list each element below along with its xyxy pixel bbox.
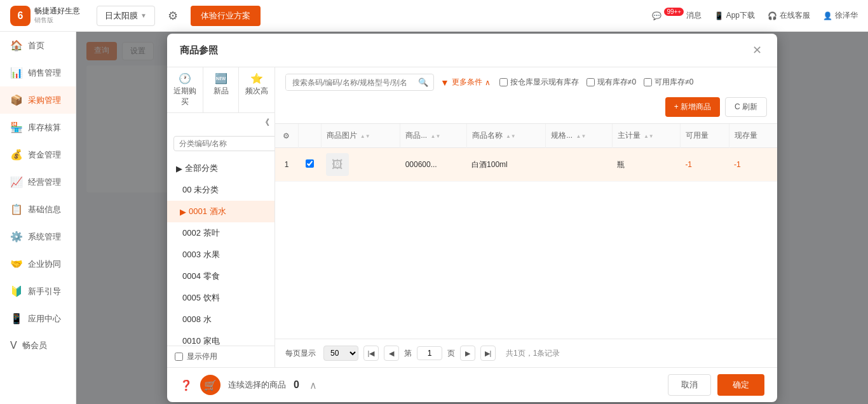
show-disabled-label[interactable]: 显示停用 [187,351,217,362]
category-footer: 显示停用 [167,346,275,367]
cat-nav-recent-label: 近期购买 [173,86,196,106]
dialog-close-button[interactable]: ✕ [749,43,764,58]
cat-nav-new[interactable]: 🆕 新品 [203,67,240,112]
sidebar-apps-label: 应用中心 [28,313,61,325]
cart-icon[interactable]: 🛒 [200,375,220,395]
sidebar-item-sales[interactable]: 📊 销售管理 [0,59,76,86]
cat-label-appliance: 0010 家电 [182,335,220,346]
sidebar-item-basic[interactable]: 📋 基础信息 [0,196,76,223]
cat-item-water[interactable]: 0008 水 [167,309,275,330]
sidebar-item-business[interactable]: 📈 经营管理 [0,168,76,196]
product-image: 🖼 [326,153,349,176]
sidebar-item-home[interactable]: 🏠 首页 [0,32,76,59]
notifications-item[interactable]: 💬 99++ 消息 [652,10,701,21]
footer-collapse-icon[interactable]: ∧ [309,379,317,391]
category-panel: 🕐 近期购买 🆕 新品 ⭐ 频次高 [167,67,275,367]
sidebar-item-system[interactable]: ⚙️ 系统管理 [0,223,76,250]
collapse-button[interactable]: 《 [167,113,275,132]
cat-label-uncategorized: 00 未分类 [182,184,219,196]
filter-collapse-icon: ∧ [485,78,491,87]
checkbox-warehouse[interactable]: 按仓库显示现有库存 [499,77,579,88]
cat-nav-frequent[interactable]: ⭐ 频次高 [239,67,275,112]
logo-area: 6 畅捷通好生意 销售版 [10,6,86,26]
available-nonzero-checkbox[interactable] [644,78,652,86]
sidebar-purchase-label: 采购管理 [28,95,61,106]
page-total: 共1页，1条记录 [506,348,560,359]
refresh-button[interactable]: C 刷新 [725,97,767,117]
last-page-button[interactable]: ▶| [480,346,496,361]
page-input[interactable] [417,346,442,360]
th-spec: 规格... ▲▼ [546,124,612,148]
th-stock-label: 现存量 [735,131,757,140]
page-size-select[interactable]: 50 100 200 [323,346,358,361]
row-checkbox[interactable] [306,159,314,168]
filter-label: 更多条件 [452,77,482,88]
first-page-button[interactable]: |◀ [363,346,379,361]
cat-item-appliance[interactable]: 0010 家电 [167,330,275,346]
checkbox-available-nonzero[interactable]: 可用库存≠0 [644,77,693,88]
category-search-input[interactable] [173,136,275,151]
th-img: 商品图片 ▲▼ [321,124,400,148]
sidebar-system-label: 系统管理 [28,231,61,243]
sidebar-item-apps[interactable]: 📱 应用中心 [0,305,76,332]
product-toolbar: 🔍 ▼ 更多条件 ∧ 按仓库显示现有库存 [275,67,777,124]
settings-icon[interactable]: ⚙ [163,6,183,26]
confirm-button[interactable]: 确定 [717,374,764,396]
online-service-label: 在线客服 [780,10,810,21]
sort-code-icon: ▲▼ [431,133,441,139]
sidebar-item-guide[interactable]: 🔰 新手引导 [0,278,76,305]
system-icon: ⚙️ [10,231,23,243]
username-label: 徐泽华 [835,10,858,21]
cat-item-uncategorized[interactable]: 00 未分类 [167,179,275,201]
sidebar-item-finance[interactable]: 💰 资金管理 [0,141,76,168]
product-search-icon[interactable]: 🔍 [413,74,433,90]
cat-item-beverage[interactable]: 0005 饮料 [167,287,275,309]
checkbox-stock-nonzero[interactable]: 现有库存≠0 [587,77,636,88]
app-download-item[interactable]: 📱 App下载 [714,10,755,21]
product-search-input[interactable] [286,75,413,90]
notifications-label: 消息 [686,10,702,21]
category-nav-icons: 🕐 近期购买 🆕 新品 ⭐ 频次高 [167,67,275,113]
add-product-button[interactable]: + 新增商品 [665,97,720,117]
table-row[interactable]: 1 🖼 000600... 白酒100ml [275,148,777,182]
cat-item-snack[interactable]: 0004 零食 [167,266,275,287]
sidebar-basic-label: 基础信息 [28,204,61,215]
next-page-button[interactable]: ▶ [460,346,475,361]
sidebar-item-inventory[interactable]: 🏪 库存核算 [0,114,76,141]
sidebar-item-enterprise[interactable]: 🤝 企业协同 [0,250,76,278]
sidebar-item-vip[interactable]: V 畅会员 [0,332,76,359]
warehouse-checkbox[interactable] [499,78,508,86]
stock-nonzero-checkbox[interactable] [587,78,595,86]
cat-item-liquor[interactable]: ▶ 0001 酒水 [167,201,275,222]
help-icon[interactable]: ❓ [180,379,193,391]
th-available-label: 可用量 [686,131,709,140]
cancel-button[interactable]: 取消 [668,374,711,396]
online-service-item[interactable]: 🎧 在线客服 [768,10,810,21]
mobile-icon: 📱 [714,11,724,20]
user-item[interactable]: 👤 徐泽华 [823,10,858,21]
cat-item-tea[interactable]: 0002 茶叶 [167,222,275,244]
sidebar-item-purchase[interactable]: 📦 采购管理 [0,86,76,114]
page-unit: 页 [447,348,455,359]
th-img-label: 商品图片 [327,131,357,140]
cat-label-liquor: 0001 酒水 [189,206,226,217]
th-name: 商品名称 ▲▼ [466,124,546,148]
cat-item-fruit[interactable]: 0003 水果 [167,244,275,266]
th-unit-label: 主计量 [618,131,641,140]
store-dropdown[interactable]: 日太阳膜 ▼ [97,6,155,26]
filter-button[interactable]: ▼ 更多条件 ∧ [440,77,491,88]
sort-name-icon: ▲▼ [506,133,516,139]
store-name: 日太阳膜 [105,10,138,22]
th-settings: ⚙ [275,124,298,148]
show-disabled-checkbox[interactable] [175,353,183,361]
checkbox-filters: 按仓库显示现有库存 现有库存≠0 可用库存≠0 [499,77,694,88]
cat-nav-recent[interactable]: 🕐 近期购买 [167,67,203,112]
filter-icon: ▼ [440,77,449,88]
finance-icon: 💰 [10,149,23,161]
vip-icon: V [10,340,17,351]
prev-page-button[interactable]: ◀ [384,346,399,361]
cat-item-all[interactable]: ▶ 全部分类 [167,158,275,179]
sidebar-sales-label: 销售管理 [28,67,61,79]
cta-button[interactable]: 体验行业方案 [191,6,261,26]
products-table: ⚙ 商品图片 ▲▼ 商品... ▲▼ [275,124,777,182]
